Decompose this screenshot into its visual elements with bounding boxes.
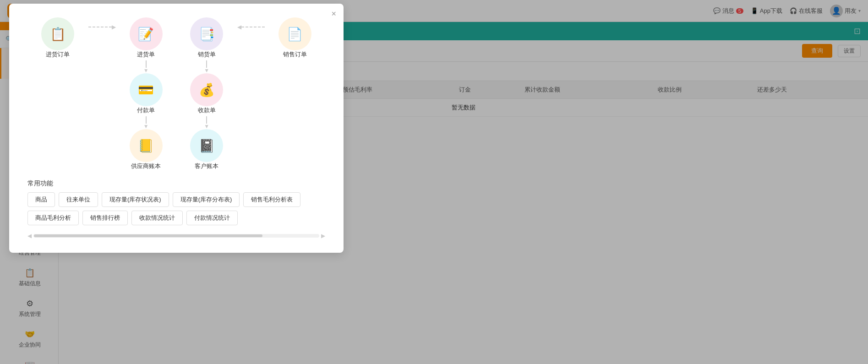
wf-node-customer-ledger[interactable]: 📓 [176,129,237,162]
wf-node-supplier-ledger[interactable]: 📒 [116,129,177,162]
dash-line-left-1 [241,27,265,27]
wf-arrow-right-1: ▶ [88,24,116,30]
common-func-btn[interactable]: 销售排行榜 [82,211,128,225]
popup-scrollbar-row: ◀ ▶ [59,233,325,239]
arrow-down-sales-bill: ▼ [176,60,237,73]
varrow-3: ▼ [143,124,149,129]
common-functions-title: 常用功能 [59,179,325,188]
ad2-s5 [265,116,326,129]
lr3-spacer-2 [88,162,116,170]
ad2-s4 [237,116,265,129]
wf-node-sales-bill[interactable]: 📑 [176,22,237,50]
label-sales-order: 销售订单 [265,50,326,59]
scroll-right-btn[interactable]: ▶ [321,233,325,239]
label-receipt: 收款单 [176,106,237,114]
workflow-section: 📋 ▶ [59,22,325,170]
main-area: 畅康通 🔍 搜索菜单 🏠快捷导航📣营销推广🛒销售管理🛍采购管理📦库存核算💰资金管… [0,22,868,364]
arrows-down-row: ▼ ▼ [59,60,325,73]
lr2-spacer-4 [237,106,265,114]
overlay-bg[interactable]: × 📋 [59,22,868,364]
vline-down-1 [146,60,147,68]
arrow-down-receipt: ▼ [176,116,237,129]
arrows-down-row-2: ▼ ▼ [59,116,325,129]
varrow-1: ▼ [143,68,149,73]
wf-circle-customer-ledger: 📓 [190,129,223,162]
wf-node-receipt[interactable]: 💰 [176,73,237,106]
wf-circle-sales-bill: 📑 [190,22,223,50]
wf-circle-sales-order: 📄 [278,22,311,50]
label-spacer-1 [88,50,116,59]
vline-down-4 [206,116,207,124]
sales-bill-label: 销货单 [198,50,216,59]
sales-bill-icon: 📑 [199,27,215,42]
spacer-d1 [88,60,116,73]
workflow-row-3: 📒 📓 [59,129,325,162]
label-purchase-bill: 进货单 [116,50,177,59]
receipt-label: 收款单 [198,106,216,114]
content-body: ❓ 帮助 🖨 按模板打印 ▾ ⬆ 导出 [59,40,868,364]
lr3-spacer-4 [237,162,265,170]
labels-row-3: 供应商账本 客户账本 [59,162,325,170]
wf-circle-purchase-bill: 📝 [130,22,163,50]
wf-node-sales-order[interactable]: 📄 [265,22,326,50]
label-spacer-2 [237,50,265,59]
lr2-spacer-2 [88,106,116,114]
varrow-4: ▼ [204,124,209,129]
common-functions-section: 常用功能 商品往来单位现存量(库存状况表)现存量(库存分布表)销售毛利分析表商品… [59,179,325,225]
label-purchase-order: 进货订单 [59,50,88,59]
supplier-ledger-icon: 📒 [138,138,154,153]
customer-ledger-icon: 📓 [199,138,215,153]
lr3-spacer-1 [59,162,88,170]
vline-down-3 [146,116,147,124]
sales-order-icon: 📄 [287,27,303,42]
wf-circle-purchase-order: 📋 [59,22,74,50]
ad2-s2 [88,116,116,129]
workflow-row-1: 📋 ▶ [59,22,325,50]
scrollbar-track [59,234,319,238]
common-func-btn[interactable]: 付款情况统计 [186,211,238,225]
wf-circle-receipt: 💰 [190,73,223,106]
arrow-head-left-1: ◀ [237,24,241,30]
common-func-btn[interactable]: 收款情况统计 [131,211,183,225]
spacer-d3 [237,60,265,73]
content-area: 首页 销售订单执行表 × ⊡ ❓ 帮助 [59,22,868,364]
ad2-s1 [59,116,88,129]
wf-node-payment[interactable]: 💳 [116,73,177,106]
purchase-order-label: 进货订单 [59,50,70,59]
label-sales-bill: 销货单 [176,50,237,59]
labels-row-1: 进货订单 进货单 销货单 [59,50,325,59]
customer-ledger-label: 客户账本 [195,162,218,170]
label-supplier-ledger: 供应商账本 [116,162,177,170]
arrow-down-purchase [59,60,88,73]
labels-row-2: 付款单 收款单 [59,106,325,114]
payment-label: 付款单 [137,106,155,114]
wf-node-purchase-bill[interactable]: 📝 [116,22,177,50]
varrow-2: ▼ [204,68,209,73]
wf-circle-payment: 💳 [130,73,163,106]
common-func-btn[interactable]: 往来单位 [59,192,98,207]
purchase-order-icon: 📋 [59,27,66,42]
common-func-btn[interactable]: 商品毛利分析 [59,211,79,225]
arrow-head-1: ▶ [112,24,116,30]
common-func-btn[interactable]: 现存量(库存状况表) [102,192,169,207]
receipt-icon: 💰 [199,82,215,98]
payment-icon: 💳 [138,82,154,98]
purchase-bill-icon: 📝 [138,27,154,42]
sales-order-label-popup: 销售订单 [283,50,307,59]
label-customer-ledger: 客户账本 [176,162,237,170]
common-func-btn[interactable]: 现存量(库存分布表) [173,192,240,207]
arrow-down-payment: ▼ [116,116,177,129]
popup: × 📋 [59,22,344,253]
lr2-spacer-5 [265,106,326,114]
app-container: 畅 畅康通好生意 标准版 装备及固定资产辅助管理系统 ▾ ⚙ 体验行业方案 💬 … [0,0,868,364]
purchase-bill-label: 进货单 [137,50,155,59]
dash-line-1 [88,27,112,27]
common-func-btn[interactable]: 销售毛利分析表 [243,192,300,207]
common-btns: 商品往来单位现存量(库存状况表)现存量(库存分布表)销售毛利分析表商品毛利分析销… [59,192,325,225]
scrollbar-thumb[interactable] [59,234,262,237]
wf-arrow-left-1: ◀ [237,24,265,30]
supplier-ledger-label: 供应商账本 [131,162,161,170]
wf-circle-supplier-ledger: 📒 [130,129,163,162]
wf-node-purchase-order[interactable]: 📋 [59,22,88,50]
label-payment: 付款单 [116,106,177,114]
